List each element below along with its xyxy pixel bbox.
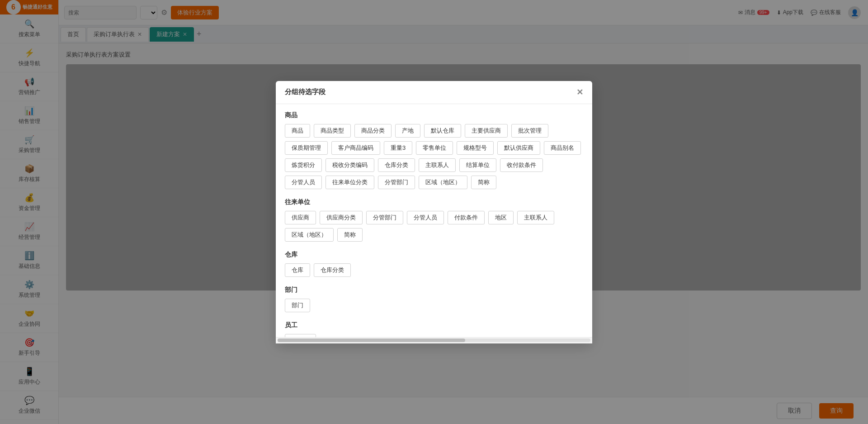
modal: 分组待选字段 ✕ 商品商品商品类型商品分类产地默认仓库主要供应商批次管理保质期管… [276, 81, 592, 343]
field-tag[interactable]: 简称 [471, 176, 496, 189]
field-tag[interactable]: 业务员 [285, 334, 316, 337]
field-tag[interactable]: 产地 [395, 124, 420, 138]
field-tag[interactable]: 地区 [488, 211, 514, 224]
field-tag[interactable]: 结算单位 [459, 158, 496, 172]
field-tags-dept: 部门 [285, 299, 583, 312]
modal-close-btn[interactable]: ✕ [576, 87, 583, 97]
section-warehouse: 仓库仓库仓库分类 [285, 251, 583, 277]
field-tag[interactable]: 付款条件 [448, 211, 485, 224]
modal-footer-scroll [276, 337, 592, 343]
field-tag[interactable]: 分管人员 [285, 176, 322, 189]
modal-header: 分组待选字段 ✕ [276, 81, 592, 104]
section-title-partner: 往来单位 [285, 198, 583, 206]
field-tag[interactable]: 默认供应商 [497, 141, 540, 155]
field-tags-employee: 业务员 [285, 334, 583, 337]
field-tag[interactable]: 分管部门 [378, 176, 415, 189]
section-title-dept: 部门 [285, 286, 583, 294]
field-tag[interactable]: 区域（地区） [285, 228, 334, 242]
field-tag[interactable]: 往来单位分类 [326, 176, 374, 189]
field-tag[interactable]: 简称 [337, 228, 363, 242]
field-tag[interactable]: 批次管理 [511, 124, 548, 138]
field-tag[interactable]: 商品类型 [314, 124, 351, 138]
field-tags-warehouse: 仓库仓库分类 [285, 263, 583, 277]
field-tag[interactable]: 客户商品编码 [331, 141, 380, 155]
section-title-employee: 员工 [285, 321, 583, 329]
field-tag[interactable]: 仓库 [285, 263, 310, 277]
field-tags-goods: 商品商品类型商品分类产地默认仓库主要供应商批次管理保质期管理客户商品编码重量3零… [285, 124, 583, 189]
section-title-goods: 商品 [285, 111, 583, 119]
field-tag[interactable]: 重量3 [384, 141, 412, 155]
field-tag[interactable]: 税收分类编码 [326, 158, 374, 172]
field-tag[interactable]: 供应商 [285, 211, 316, 224]
field-tag[interactable]: 主联系人 [517, 211, 554, 224]
modal-title: 分组待选字段 [285, 88, 326, 96]
field-tag[interactable]: 保质期管理 [285, 141, 328, 155]
section-partner: 往来单位供应商供应商分类分管部门分管人员付款条件地区主联系人区域（地区）简称 [285, 198, 583, 242]
field-tag[interactable]: 主联系人 [419, 158, 456, 172]
field-tag[interactable]: 商品分类 [354, 124, 392, 138]
horizontal-scrollbar[interactable] [278, 338, 590, 342]
field-tag[interactable]: 部门 [285, 299, 310, 312]
field-tag[interactable]: 规格型号 [457, 141, 494, 155]
field-tag[interactable]: 商品别名 [544, 141, 581, 155]
section-employee: 员工业务员 [285, 321, 583, 337]
field-tag[interactable]: 供应商分类 [320, 211, 363, 224]
field-tag[interactable]: 分管人员 [407, 211, 444, 224]
field-tag[interactable]: 主要供应商 [465, 124, 508, 138]
section-title-warehouse: 仓库 [285, 251, 583, 259]
section-dept: 部门部门 [285, 286, 583, 312]
modal-body[interactable]: 商品商品商品类型商品分类产地默认仓库主要供应商批次管理保质期管理客户商品编码重量… [276, 104, 592, 337]
field-tags-partner: 供应商供应商分类分管部门分管人员付款条件地区主联系人区域（地区）简称 [285, 211, 583, 242]
modal-overlay: 分组待选字段 ✕ 商品商品商品类型商品分类产地默认仓库主要供应商批次管理保质期管… [0, 0, 868, 424]
field-tag[interactable]: 默认仓库 [424, 124, 461, 138]
field-tag[interactable]: 仓库分类 [314, 263, 351, 277]
field-tag[interactable]: 分管部门 [366, 211, 403, 224]
scrollbar-thumb [278, 338, 465, 342]
field-tag[interactable]: 区域（地区） [419, 176, 467, 189]
field-tag[interactable]: 收付款条件 [500, 158, 543, 172]
section-goods: 商品商品商品类型商品分类产地默认仓库主要供应商批次管理保质期管理客户商品编码重量… [285, 111, 583, 189]
field-tag[interactable]: 零售单位 [416, 141, 453, 155]
field-tag[interactable]: 仓库分类 [378, 158, 415, 172]
field-tag[interactable]: 商品 [285, 124, 310, 138]
field-tag[interactable]: 炼货积分 [285, 158, 322, 172]
